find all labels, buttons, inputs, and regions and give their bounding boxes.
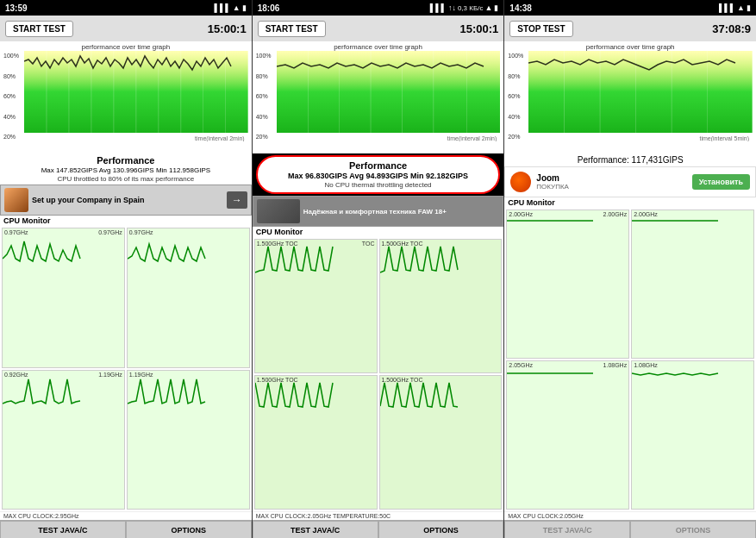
svg-rect-21 <box>255 240 377 372</box>
cpu-graphs-2: 1.500GHz TOC TOC 1.500GHz TOC 1.500GHz T… <box>253 237 504 511</box>
test-javac-btn-3[interactable]: TEST JAVA/C <box>504 521 630 538</box>
cpu-graph-cell-2-br: 1.500GHz TOC <box>379 375 503 510</box>
test-javac-btn-2[interactable]: TEST JAVA/C <box>253 521 378 538</box>
options-btn-2[interactable]: OPTIONS <box>378 521 504 538</box>
graph-svg-1 <box>24 51 248 133</box>
graph-canvas-3 <box>528 51 753 133</box>
cpu-graph-cell-3-tl: 2.00GHz 2.00GHz <box>506 210 629 359</box>
signal-icon-1: ▌▌▌ <box>215 3 231 12</box>
perf-numbers-1: Max 147.852GIPS Avg 130.996GIPS Min 112.… <box>3 166 248 174</box>
screen-2: 18:06 ▌▌▌ ↑↓ 0,3 КБ/с ▲ ▮ START TEST 15:… <box>253 0 505 538</box>
cpu-graph-cell-3-bl: 2.05GHz 1.08GHz <box>506 360 629 510</box>
screen-1: 13:59 ▌▌▌ ▲ ▮ START TEST 15:00:1 perform… <box>0 0 253 538</box>
perf-numbers-3: Performance: 117,431GIPS <box>508 155 753 165</box>
perf-title-2: Performance <box>261 160 496 171</box>
time-label-3: time(interval 5min) <box>699 135 749 141</box>
svg-rect-32 <box>632 210 753 358</box>
cpu-freq-2-br: 1.500GHz TOC <box>382 377 423 383</box>
cpu-graph-cell-1-tr: 0.97GHz <box>127 228 250 368</box>
max-cpu-label-3: MAX CPU CLOCK:2.05GHz <box>504 511 756 520</box>
status-time-1: 13:59 <box>5 3 28 13</box>
y-labels-3: 100% 80% 60% 40% 20% <box>508 51 528 141</box>
perf-stats-2: Performance Max 96.830GIPS Avg 94.893GIP… <box>256 155 501 194</box>
perf-note-1: CPU throttled to 80% of its max performa… <box>3 175 248 183</box>
speed-label: 0,3 КБ/с <box>458 4 483 12</box>
svg-rect-24 <box>380 376 502 509</box>
graph-label-2: performance over time graph <box>256 43 501 51</box>
cpu-freq-3-br2: 1.08GHz <box>634 362 658 368</box>
ad-arrow-1[interactable]: → <box>227 191 247 209</box>
perf-note-2: No CPU thermal throttling detected <box>261 181 496 189</box>
download-upload-icon: ↑↓ <box>448 3 456 12</box>
cpu-freq-3-tl: 2.00GHz <box>509 211 533 217</box>
cpu-freq-1-tr: 0.97GHz <box>98 229 122 235</box>
graph-area-1: 100% 80% 60% 40% 20% <box>3 51 248 141</box>
cpu-graph-cell-2-tl: 1.500GHz TOC TOC <box>254 239 378 373</box>
cpu-graphs-1: 0.97GHz 0.97GHz 0.97GHz 0.92GHz <box>0 226 252 511</box>
graph-area-2: 100% 80% 60% 40% 20% <box>256 51 501 141</box>
status-bar-3: 14:38 ▌▌▌ ▲ ▮ <box>504 0 756 16</box>
start-test-btn-2[interactable]: START TEST <box>258 21 326 37</box>
cpu-freq-1-bl: 0.92GHz <box>4 372 28 378</box>
perf-graph-1: performance over time graph 100% 80% 60%… <box>0 41 252 153</box>
top-bar-2: START TEST 15:00:1 <box>253 16 504 41</box>
status-bar-1: 13:59 ▌▌▌ ▲ ▮ <box>0 0 252 16</box>
graph-area-3: 100% 80% 60% 40% 20% <box>508 51 753 141</box>
perf-stats-1: Performance Max 147.852GIPS Avg 130.996G… <box>0 153 252 185</box>
options-btn-1[interactable]: OPTIONS <box>126 521 252 538</box>
start-test-btn-1[interactable]: START TEST <box>5 21 73 37</box>
options-btn-3[interactable]: OPTIONS <box>630 521 756 538</box>
wifi-icon-1: ▲ <box>233 3 241 12</box>
ad-banner-1[interactable]: Set up your Company in Spain → <box>0 185 252 216</box>
cpu-freq-1-br2: 1.19GHz <box>129 372 153 378</box>
status-icons-2: ▌▌▌ ↑↓ 0,3 КБ/с ▲ ▮ <box>430 3 499 12</box>
cpu-graph-cell-2-tr: 1.500GHz TOC <box>379 239 503 373</box>
ad-text-2: Надёжная и комфортная техника FAW 18+ <box>303 208 500 216</box>
cpu-freq-3-br: 1.08GHz <box>603 362 628 368</box>
bottom-bar1-2: TEST JAVA/C OPTIONS <box>253 520 504 538</box>
ad-icon-1 <box>4 188 28 212</box>
wifi-icon-3: ▲ <box>737 3 745 12</box>
bottom-bar1-3: TEST JAVA/C OPTIONS <box>504 520 756 538</box>
svg-rect-22 <box>380 240 502 372</box>
cpu-freq-2-bl: 1.500GHz TOC <box>257 377 298 383</box>
signal-icon-3: ▌▌▌ <box>719 3 735 12</box>
ad-text-1: Set up your Company in Spain <box>32 196 223 204</box>
ad-truck-icon <box>257 199 300 223</box>
timer-1: 15:00:1 <box>208 22 247 35</box>
graph-svg-3 <box>528 51 753 133</box>
max-cpu-label-2: MAX CPU CLOCK:2.05GHz TEMPERATURE:50C <box>253 511 504 520</box>
graph-canvas-2 <box>277 51 501 133</box>
top-bar-1: START TEST 15:00:1 <box>0 16 252 41</box>
time-label-2: time(interval 2min) <box>447 135 497 141</box>
ad-banner-2[interactable]: Надёжная и комфортная техника FAW 18+ <box>253 196 504 227</box>
svg-rect-13 <box>128 371 249 510</box>
battery-icon-2: ▮ <box>494 3 498 12</box>
cpu-freq-3-tr2: 2.00GHz <box>634 211 658 217</box>
joom-ad-3[interactable]: Joom ПОКУПКА Установить <box>504 166 756 197</box>
screens-container: 13:59 ▌▌▌ ▲ ▮ START TEST 15:00:1 perform… <box>0 0 756 538</box>
cpu-monitor-label-3: CPU Monitor <box>504 197 756 208</box>
perf-graph-2: performance over time graph 100% 80% 60%… <box>253 41 504 153</box>
svg-rect-23 <box>255 376 377 509</box>
cpu-freq-2-tr: TOC <box>362 241 375 247</box>
wifi-icon-2: ▲ <box>484 3 492 12</box>
max-cpu-label-1: MAX CPU CLOCK:2.95GHz <box>0 511 252 520</box>
screen-3: 14:38 ▌▌▌ ▲ ▮ STOP TEST 37:08:9 performa… <box>504 0 756 538</box>
perf-title-1: Performance <box>3 155 248 166</box>
joom-sub: ПОКУПКА <box>536 183 686 191</box>
time-label-1: time(interval 2min) <box>195 135 245 141</box>
test-javac-btn-1[interactable]: TEST JAVA/C <box>0 521 126 538</box>
graph-label-3: performance over time graph <box>508 43 753 51</box>
cpu-freq-1-br: 1.19GHz <box>98 372 122 378</box>
graph-label-1: performance over time graph <box>3 43 248 51</box>
svg-rect-10 <box>3 228 124 367</box>
cpu-graph-cell-1-tl: 0.97GHz 0.97GHz <box>2 228 125 368</box>
perf-graph-3: performance over time graph 100% 80% 60%… <box>504 41 756 153</box>
status-icons-1: ▌▌▌ ▲ ▮ <box>215 3 247 12</box>
cpu-graph-cell-3-tr: 2.00GHz <box>631 210 754 359</box>
cpu-freq-1-tr2: 0.97GHz <box>129 229 153 235</box>
status-time-3: 14:38 <box>509 3 532 13</box>
stop-test-btn-3[interactable]: STOP TEST <box>509 21 572 37</box>
joom-install-btn[interactable]: Установить <box>692 174 750 190</box>
